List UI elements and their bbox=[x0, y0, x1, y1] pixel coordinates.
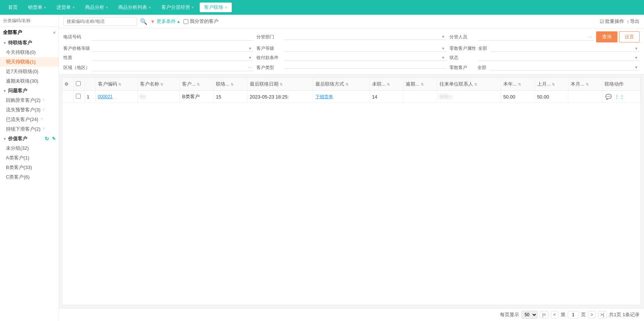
filter-price-level-select[interactable]: ▼ bbox=[92, 46, 253, 52]
query-button[interactable]: 查询 bbox=[596, 31, 617, 42]
last-page-button[interactable]: >| bbox=[598, 311, 607, 318]
row-code-cell[interactable]: 000021 bbox=[95, 91, 137, 103]
problem-customer-group[interactable]: ▼ 问题客户 bbox=[0, 86, 59, 96]
next-page-button[interactable]: > bbox=[588, 311, 596, 318]
sidebar-unclassified[interactable]: 未分组(32) bbox=[0, 144, 59, 153]
page-number-input[interactable] bbox=[568, 311, 579, 318]
sort-icon-not: ⇅ bbox=[387, 82, 390, 86]
col-last-date[interactable]: 最后联络日期 ⇅ bbox=[247, 78, 313, 91]
sort-icon-unit: ⇅ bbox=[474, 82, 477, 86]
sidebar-tomorrow[interactable]: 明天待联络(1) bbox=[0, 57, 59, 67]
help-icon-3: ? bbox=[40, 117, 42, 122]
my-customers-checkbox-label[interactable]: 我分管的客户 bbox=[183, 18, 218, 25]
filter-manager-label: 分管人员 bbox=[449, 34, 475, 40]
sidebar-class-a[interactable]: A类客户(1) bbox=[0, 153, 59, 163]
first-page-button[interactable]: |< bbox=[540, 311, 549, 318]
filter-dept-select[interactable]: ▼ bbox=[284, 34, 447, 40]
data-table-container: ⚙ 客户编码 ⇅ 客户名称 ⇅ 客户... ⇅ 联络... ⇅ 最后联络日期 ⇅… bbox=[62, 77, 641, 305]
nav-close-sales[interactable]: × bbox=[44, 5, 46, 10]
sidebar-week7[interactable]: 近7天待联络(0) bbox=[0, 67, 59, 76]
search-button[interactable]: 🔍 bbox=[140, 18, 147, 25]
col-unit-contact[interactable]: 往来单位联系人 ⇅ bbox=[437, 78, 501, 91]
nav-close-product-list[interactable]: × bbox=[148, 5, 151, 10]
edit-icon[interactable]: ✎ bbox=[52, 136, 56, 141]
nav-close-contact[interactable]: × bbox=[225, 5, 227, 10]
nav-customer-contact[interactable]: 客户联络 × bbox=[200, 3, 231, 12]
sidebar-class-c[interactable]: C类客户(6) bbox=[0, 172, 59, 182]
filter-nature-select[interactable]: ▼ bbox=[91, 55, 253, 61]
col-actions: 联络动作 bbox=[602, 78, 641, 91]
sidebar-lost-warning[interactable]: 流失预警客户(3) ? bbox=[0, 105, 59, 115]
col-customer-type[interactable]: 客户... ⇅ bbox=[180, 78, 214, 91]
nav-close-tier[interactable]: × bbox=[192, 5, 194, 10]
col-not-contacted[interactable]: 未联... ⇅ bbox=[370, 78, 403, 91]
nav-close-purchase[interactable]: × bbox=[72, 5, 74, 10]
filter-nature-label: 性质 bbox=[63, 55, 89, 61]
filter-customer-type-select[interactable] bbox=[284, 67, 447, 69]
col-settings[interactable]: ⚙ bbox=[62, 78, 73, 91]
row-index-cell: 1 bbox=[84, 91, 95, 103]
filter-retail-customer-select[interactable]: ▼ bbox=[490, 65, 640, 70]
col-overdue[interactable]: 逾期... ⇅ bbox=[403, 78, 437, 91]
col-code[interactable]: 客户编码 ⇅ bbox=[95, 78, 137, 91]
sidebar-search-input[interactable] bbox=[3, 18, 58, 23]
filter-region-select[interactable]: ··· bbox=[92, 64, 253, 71]
filter-retail-customer-row: 零散客户 全部 ▼ bbox=[449, 65, 640, 71]
settings-button[interactable]: 设置 bbox=[619, 31, 640, 42]
row-checkbox-cell[interactable] bbox=[73, 91, 84, 103]
filter-dept-label: 分管部门 bbox=[256, 34, 282, 40]
per-page-select[interactable]: 50 bbox=[521, 311, 538, 319]
prev-page-button[interactable]: < bbox=[551, 311, 559, 318]
search-input[interactable] bbox=[63, 17, 137, 26]
sidebar-today[interactable]: 今天待联络(0) bbox=[0, 48, 59, 57]
region-dots[interactable]: ··· bbox=[248, 65, 252, 70]
action-more-icon[interactable]: ⋮⋮ bbox=[614, 94, 624, 100]
sidebar-repurchase-abnormal[interactable]: 回购异常客户(2) ? bbox=[0, 96, 59, 105]
row-checkbox[interactable] bbox=[76, 94, 81, 99]
sidebar-churned[interactable]: 已流失客户(24) ? bbox=[0, 115, 59, 124]
pending-contact-group[interactable]: ▼ 待联络客户 bbox=[0, 38, 59, 48]
action-comment-icon[interactable]: 💬 bbox=[605, 94, 612, 100]
filter-customer-level-select[interactable]: ▼ bbox=[284, 46, 447, 52]
col-this-month[interactable]: 本月... ⇅ bbox=[568, 78, 602, 91]
export-button[interactable]: ↑ 导出 bbox=[627, 18, 640, 25]
filter-phone-input[interactable] bbox=[91, 34, 253, 41]
sort-icon-year: ⇅ bbox=[518, 82, 521, 86]
nav-sales-order[interactable]: 销货单 × bbox=[24, 3, 50, 12]
sidebar-continuous-down[interactable]: 持续下滑客户(2) ? bbox=[0, 124, 59, 134]
sort-icon-method: ⇅ bbox=[346, 82, 349, 86]
select-all-checkbox[interactable] bbox=[76, 81, 81, 86]
row-last-method-cell[interactable]: 下销货单 bbox=[313, 91, 370, 103]
nav-close-product[interactable]: × bbox=[106, 5, 108, 10]
nav-home[interactable]: 首页 bbox=[4, 3, 22, 12]
filter-phone-label: 电话号码 bbox=[63, 34, 89, 40]
customer-code-link[interactable]: 000021 bbox=[98, 94, 113, 99]
sidebar-overdue[interactable]: 逾期未联络(30) bbox=[0, 76, 59, 86]
dept-arrow-icon: ▼ bbox=[441, 35, 445, 39]
nav-customer-tier[interactable]: 客户分层经营 × bbox=[157, 3, 198, 12]
filter-manager-select[interactable]: ··· bbox=[477, 33, 594, 41]
filter-status-select[interactable]: ▼ bbox=[477, 55, 640, 61]
col-last-method[interactable]: 最后联络方式 ⇅ bbox=[313, 78, 370, 91]
filter-payment-select[interactable]: ▼ bbox=[284, 55, 447, 61]
filter-retail-attr-select[interactable]: ▼ bbox=[491, 46, 640, 52]
more-conditions-button[interactable]: ▼ 更多条件 ▲ bbox=[150, 18, 181, 25]
col-checkbox[interactable] bbox=[73, 78, 84, 91]
all-customers-header[interactable]: 全部客户 « bbox=[0, 27, 59, 38]
col-contact-count[interactable]: 联络... ⇅ bbox=[213, 78, 247, 91]
batch-op-button[interactable]: ☑ 批量操作 bbox=[600, 18, 624, 25]
col-name[interactable]: 客户名称 ⇅ bbox=[137, 78, 179, 91]
my-customers-checkbox[interactable] bbox=[183, 19, 188, 24]
sidebar-class-b[interactable]: B类客户(33) bbox=[0, 163, 59, 172]
value-customer-group[interactable]: ▼ 价值客户 ↻ ✎ bbox=[0, 134, 59, 144]
col-last-month[interactable]: 上月... ⇅ bbox=[535, 78, 568, 91]
row-not-contacted-cell: 14 bbox=[370, 91, 403, 103]
nav-purchase-order[interactable]: 进货单 × bbox=[52, 3, 79, 12]
refresh-icon[interactable]: ↻ bbox=[45, 136, 49, 142]
manager-dots[interactable]: ··· bbox=[588, 34, 592, 39]
nav-product-analysis-list[interactable]: 商品分析列表 × bbox=[114, 3, 155, 12]
col-this-year[interactable]: 本年... ⇅ bbox=[501, 78, 535, 91]
nature-arrow-icon: ▼ bbox=[248, 56, 252, 60]
last-method-link[interactable]: 下销货单 bbox=[315, 94, 333, 99]
nav-product-analysis[interactable]: 商品分析 × bbox=[81, 3, 112, 12]
